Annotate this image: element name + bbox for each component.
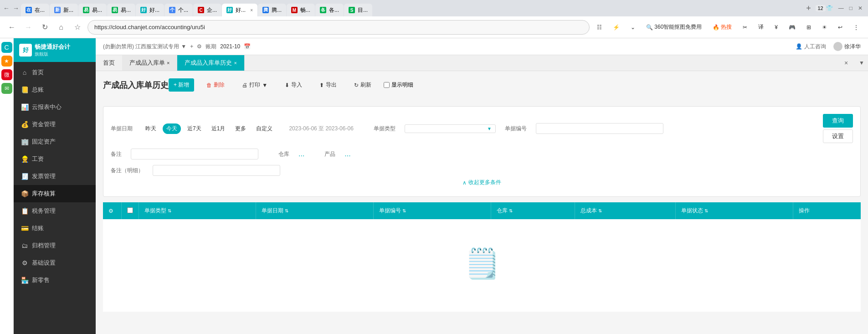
breadcrumb-tab-产成品入库单历史[interactable]: 产成品入库单历史 × xyxy=(177,55,244,71)
sidebar-item-invoice[interactable]: 🧾 发票管理 xyxy=(14,168,96,185)
back-button[interactable]: ← xyxy=(2,4,11,13)
company-selector[interactable]: (勿删勿禁用) 江西服宝测试专用 ▼ xyxy=(103,43,186,51)
browser-tab-t12[interactable]: S 目... xyxy=(344,4,372,16)
maximize-button[interactable]: □ xyxy=(849,5,853,11)
type-select[interactable]: ▼ xyxy=(405,124,496,133)
add-button[interactable]: + 新增 xyxy=(169,78,194,92)
date-btn-更多[interactable]: 更多 xyxy=(231,123,250,134)
date-btn-近7天[interactable]: 近7天 xyxy=(184,123,205,134)
icon-sidebar-orange[interactable]: ★ xyxy=(1,56,12,67)
browser-tab-t6[interactable]: 个 个... xyxy=(164,4,193,16)
dropdown-button[interactable]: ⌄ xyxy=(627,23,639,32)
lightning-button[interactable]: ⚡ xyxy=(609,23,623,32)
th-number[interactable]: 单据编号⇅ xyxy=(374,202,491,219)
browser-tab-t2[interactable]: 新 新... xyxy=(50,4,78,16)
browser-tab-t5[interactable]: 好 好... xyxy=(136,4,164,16)
refresh-nav-button[interactable]: ↻ xyxy=(38,21,51,34)
browser-tab-t10[interactable]: M 畅... xyxy=(287,4,315,16)
sidebar-item-payroll[interactable]: 👷 工资 xyxy=(14,150,96,168)
browser-tab-t11[interactable]: 各 各... xyxy=(315,4,344,16)
breadcrumb-tab-产成品入库单[interactable]: 产成品入库单 × xyxy=(122,55,177,71)
th-gear[interactable]: ⚙ xyxy=(103,202,121,219)
sidebar-item-fixed_assets[interactable]: 🏢 固定资产 xyxy=(14,133,96,150)
filter-settings-button[interactable]: 设置 xyxy=(823,129,853,143)
browser-tab-t9[interactable]: 腾 腾... xyxy=(258,4,286,16)
sidebar-item-tax[interactable]: 📋 税务管理 xyxy=(14,202,96,220)
browser-tab-t4[interactable]: 易 易... xyxy=(107,4,135,16)
sidebar-item-ledger[interactable]: 📒 总账 xyxy=(14,81,96,98)
sidebar-item-inventory[interactable]: 📦 库存核算 xyxy=(14,185,96,202)
browser-tab-t1[interactable]: 在 在... xyxy=(21,4,49,16)
breadcrumb-home[interactable]: 首页 xyxy=(96,55,122,71)
bookmark-button[interactable]: ☆ xyxy=(71,21,84,34)
brightness-button[interactable]: ☀ xyxy=(818,23,831,32)
settings-company-button[interactable]: ⚙ xyxy=(197,43,202,50)
date-btn-自定义[interactable]: 自定义 xyxy=(252,123,276,134)
th-total_cost[interactable]: 总成本⇅ xyxy=(575,202,675,219)
address-input[interactable] xyxy=(87,20,590,35)
tab-close-icon[interactable]: × xyxy=(250,8,253,13)
user-avatar[interactable]: 徐泽华 xyxy=(833,42,861,51)
close-button[interactable]: ✕ xyxy=(858,5,863,11)
product-dots[interactable]: ... xyxy=(344,150,350,158)
date-btn-昨天[interactable]: 昨天 xyxy=(142,123,160,134)
select-all-checkbox[interactable] xyxy=(127,207,133,213)
forward-button[interactable]: → xyxy=(11,4,21,13)
breadcrumb-tab-close-icon[interactable]: × xyxy=(234,60,236,66)
translate-button[interactable]: 译 xyxy=(755,22,767,32)
th-status[interactable]: 单据状态⇅ xyxy=(675,202,793,219)
search-toolbar[interactable]: 🔍 360智能抠图免费用 xyxy=(642,22,705,32)
sidebar-item-funds[interactable]: 💰 资金管理 xyxy=(14,116,96,133)
yuan-button[interactable]: ¥ xyxy=(771,23,781,32)
service-button[interactable]: 👤 人工咨询 xyxy=(796,43,826,51)
th-date[interactable]: 单据日期⇅ xyxy=(256,202,374,219)
scissors-button[interactable]: ✂ xyxy=(739,23,751,32)
note-input[interactable] xyxy=(131,149,258,159)
collapse-button[interactable]: ∧ 收起更多条件 xyxy=(111,176,853,189)
undo-button[interactable]: ↩ xyxy=(834,23,846,32)
tab-count[interactable]: 12 xyxy=(816,5,826,11)
delete-button[interactable]: 🗑 删除 xyxy=(201,78,230,92)
close-panel-button[interactable]: × xyxy=(837,56,855,70)
forward-nav-button[interactable]: → xyxy=(22,21,35,34)
add-company-button[interactable]: + xyxy=(190,43,193,50)
icon-sidebar-mail[interactable]: ✉ xyxy=(1,83,12,94)
sidebar-item-home[interactable]: ⌂ 首页 xyxy=(14,64,96,81)
browser-tab-t7[interactable]: C 企... xyxy=(193,4,221,16)
hot-search-label[interactable]: 🔥 热搜 xyxy=(709,22,735,32)
export-button[interactable]: ⬆ 导出 xyxy=(314,78,342,92)
grid-button[interactable]: ⊞ xyxy=(803,23,815,32)
print-button[interactable]: 🖨 打印 ▼ xyxy=(237,78,272,92)
date-btn-今天[interactable]: 今天 xyxy=(163,123,181,134)
icon-sidebar-weibo[interactable]: 微 xyxy=(1,69,12,80)
th-warehouse[interactable]: 仓库⇅ xyxy=(491,202,575,219)
game-button[interactable]: 🎮 xyxy=(785,23,799,32)
query-button[interactable]: 查询 xyxy=(823,114,853,128)
calendar-icon[interactable]: 📅 xyxy=(244,43,251,50)
refresh-button[interactable]: ↻ 刷新 xyxy=(349,78,376,92)
extensions-button[interactable]: ☷ xyxy=(593,23,606,32)
import-button[interactable]: ⬇ 导入 xyxy=(280,78,307,92)
period-value[interactable]: 2021-10 xyxy=(220,43,240,50)
sidebar-item-settlement[interactable]: 💳 结账 xyxy=(14,220,96,237)
detail-note-input[interactable] xyxy=(153,165,280,176)
show-detail-checkbox[interactable] xyxy=(384,82,390,88)
date-btn-近1月[interactable]: 近1月 xyxy=(208,123,229,134)
more-button[interactable]: ⋮ xyxy=(850,23,863,32)
home-nav-button[interactable]: ⌂ xyxy=(55,21,67,34)
minimize-button[interactable]: — xyxy=(838,5,844,11)
breadcrumb-tab-close-icon[interactable]: × xyxy=(167,60,169,66)
warehouse-dots[interactable]: ... xyxy=(298,150,304,158)
app-logo[interactable]: 好 畅捷通好会计 旗舰版 xyxy=(14,38,96,62)
sidebar-item-archive[interactable]: 🗂 归档管理 xyxy=(14,237,96,254)
new-tab-button[interactable]: + xyxy=(802,2,815,15)
browser-tab-t3[interactable]: 易 易... xyxy=(78,4,107,16)
back-nav-button[interactable]: ← xyxy=(5,21,18,34)
sidebar-item-basic_settings[interactable]: ⚙ 基础设置 xyxy=(14,254,96,272)
icon-sidebar-logo[interactable]: C xyxy=(1,42,12,53)
number-input[interactable] xyxy=(536,123,663,134)
sidebar-item-new_retail[interactable]: 🏪 新零售 xyxy=(14,272,96,289)
th-type[interactable]: 单据类型⇅ xyxy=(139,202,256,219)
browser-tab-t8[interactable]: 好 好... × xyxy=(222,4,257,16)
sidebar-item-reports[interactable]: 📊 云报表中心 xyxy=(14,98,96,116)
